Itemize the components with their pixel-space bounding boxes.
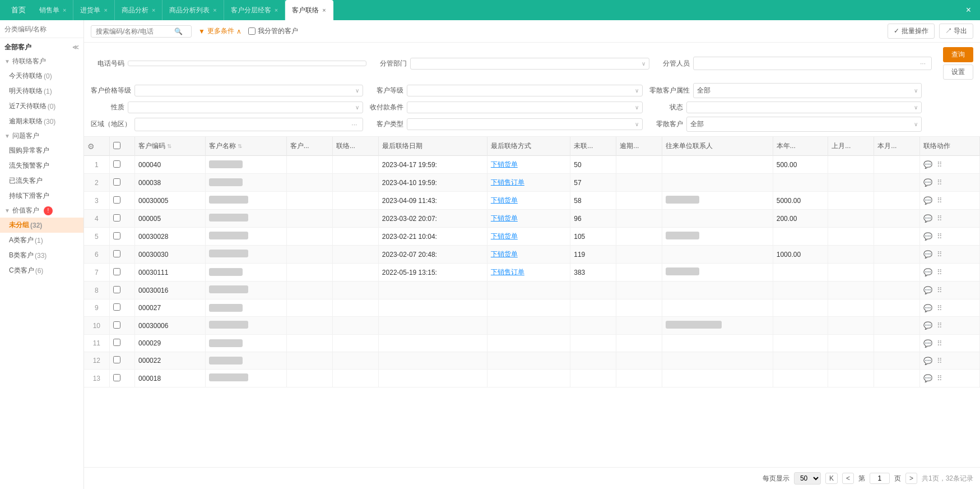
sidebar-item-ungrouped[interactable]: 未分组 (32) [0,218,83,233]
cell-checkbox[interactable] [109,335,134,352]
more-icon-8[interactable]: ⠿ [937,304,942,312]
dept-select[interactable]: ∨ [410,58,649,70]
cell-checkbox[interactable] [109,317,134,335]
row-checkbox-12[interactable] [113,374,120,381]
col-checkbox-header[interactable] [109,137,134,156]
close-analysis-list-tab[interactable]: × [213,7,216,13]
nature-select[interactable]: ∨ [128,102,363,113]
close-analysis-tab[interactable]: × [152,7,155,13]
contact-icon-1[interactable]: 💬 [923,178,932,187]
close-purchase-tab[interactable]: × [104,7,107,13]
cell-last-contact-method[interactable] [487,282,570,299]
cell-checkbox[interactable] [109,282,134,299]
tab-customer-contact[interactable]: 客户联络 × [285,0,333,20]
contact-icon-3[interactable]: 💬 [923,214,932,223]
more-icon-9[interactable]: ⠿ [937,321,942,330]
contact-icon-2[interactable]: 💬 [923,196,932,205]
cell-checkbox[interactable] [109,174,134,192]
more-icon-0[interactable]: ⠿ [937,160,942,169]
more-icon-6[interactable]: ⠿ [937,268,942,276]
sidebar-group-problem[interactable]: ▼ 问题客户 [0,129,83,143]
contact-icon-5[interactable]: 💬 [923,250,932,259]
more-icon-5[interactable]: ⠿ [937,250,942,259]
category-search-input[interactable] [4,25,84,33]
sidebar-item-overdue[interactable]: 逾期未联络 (30) [0,114,83,129]
region-dots[interactable]: ··· [349,121,359,128]
contact-icon-7[interactable]: 💬 [923,286,932,294]
my-customers-checkbox[interactable] [248,27,256,35]
cell-last-contact-method[interactable] [487,352,570,370]
contact-icon-10[interactable]: 💬 [923,339,932,348]
all-customers-header[interactable]: 全部客户 ≪ [0,38,83,54]
sidebar-item-declining[interactable]: 持续下滑客户 [0,188,83,204]
home-tab[interactable]: 首页 [4,5,32,15]
customer-type-select[interactable]: ∨ [407,118,642,130]
row-checkbox-2[interactable] [113,196,120,204]
more-icon-4[interactable]: ⠿ [937,232,942,241]
cell-last-contact-method[interactable] [487,335,570,352]
row-checkbox-5[interactable] [113,250,120,257]
contact-icon-0[interactable]: 💬 [923,160,932,169]
tab-sales[interactable]: 销售单 × [32,0,73,20]
cell-checkbox[interactable] [109,246,134,264]
row-checkbox-6[interactable] [113,268,120,275]
more-conditions-btn[interactable]: ▼ 更多条件 ∧ [198,26,241,36]
scattered-attr-select[interactable]: 全部 ∨ [693,83,922,98]
region-select[interactable]: ··· [134,118,363,131]
cell-last-contact-method[interactable]: 下销货单 [487,228,570,246]
sidebar-group-pending[interactable]: ▼ 待联络客户 [0,54,83,68]
phone-input[interactable] [128,61,366,66]
cell-checkbox[interactable] [109,370,134,387]
tab-customer-segment[interactable]: 客户分层经客 × [224,0,285,20]
sidebar-item-churn-warning[interactable]: 流失预警客户 [0,158,83,173]
my-customers-checkbox-area[interactable]: 我分管的客户 [248,26,298,36]
cell-last-contact-method[interactable]: 下销售订单 [487,264,570,282]
row-checkbox-4[interactable] [113,232,120,239]
close-customer-contact-tab[interactable]: × [322,7,326,13]
query-btn[interactable]: 查询 [943,47,973,62]
contact-icon-11[interactable]: 💬 [923,357,932,365]
sidebar-search-area[interactable]: 🔍 [0,20,83,38]
col-code-header[interactable]: 客户编码 ⇅ [135,137,206,156]
cell-last-contact-method[interactable]: 下销货单 [487,156,570,174]
manager-dots[interactable]: ··· [918,59,928,67]
main-search-icon[interactable]: 🔍 [174,27,183,35]
cell-last-contact-method[interactable]: 下销货单 [487,246,570,264]
cell-last-contact-method[interactable] [487,317,570,335]
row-checkbox-7[interactable] [113,286,120,293]
export-btn[interactable]: ↗ 导出 [939,24,973,39]
row-checkbox-10[interactable] [113,339,120,346]
row-checkbox-1[interactable] [113,178,120,186]
col-gear[interactable]: ⚙ [84,137,109,156]
more-icon-11[interactable]: ⠿ [937,357,942,365]
sidebar-item-class-c[interactable]: C类客户 (6) [0,263,83,278]
cell-checkbox[interactable] [109,210,134,228]
batch-op-btn[interactable]: ✓ 批量操作 [888,24,934,39]
cell-last-contact-method[interactable] [487,370,570,387]
cell-last-contact-method[interactable]: 下销售订单 [487,174,570,192]
select-all-checkbox[interactable] [113,142,120,149]
cell-checkbox[interactable] [109,299,134,317]
contact-icon-9[interactable]: 💬 [923,321,932,330]
cell-last-contact-method[interactable] [487,299,570,317]
manager-input[interactable]: ··· [693,57,932,70]
cell-checkbox[interactable] [109,352,134,370]
sidebar-item-class-b[interactable]: B类客户 (33) [0,248,83,263]
contact-icon-4[interactable]: 💬 [923,232,932,241]
more-icon-7[interactable]: ⠿ [937,286,942,294]
more-icon-12[interactable]: ⠿ [937,374,942,382]
sidebar-item-7days[interactable]: 近7天待联络 (0) [0,99,83,114]
sidebar-group-value[interactable]: ▼ 价值客户 ! [0,204,83,218]
close-sales-tab[interactable]: × [63,7,66,13]
cell-checkbox[interactable] [109,192,134,210]
close-customer-segment-tab[interactable]: × [275,7,278,13]
reset-btn[interactable]: 设置 [943,64,973,80]
sidebar-item-tomorrow[interactable]: 明天待联络 (1) [0,84,83,99]
global-close-btn[interactable]: × [962,5,976,15]
page-number-input[interactable] [870,473,890,484]
cell-checkbox[interactable] [109,264,134,282]
sidebar-item-today[interactable]: 今天待联络 (0) [0,68,83,84]
sidebar-item-class-a[interactable]: A类客户 (1) [0,233,83,248]
scattered-select[interactable]: 全部 ∨ [686,117,922,132]
cell-checkbox[interactable] [109,156,134,174]
